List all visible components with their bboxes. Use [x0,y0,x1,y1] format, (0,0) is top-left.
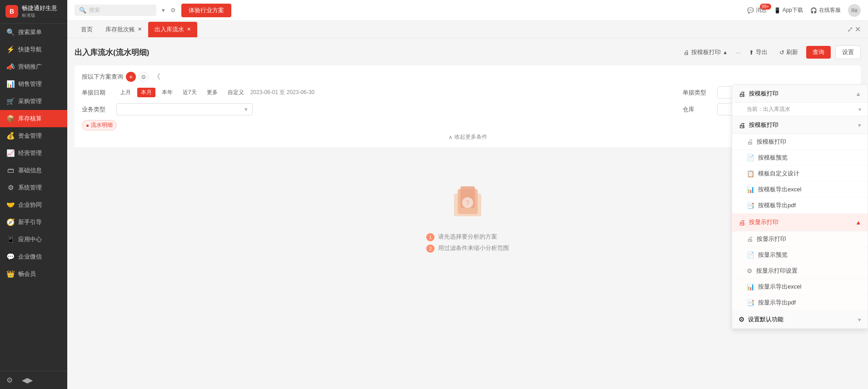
display-excel-icon: 📊 [747,283,754,290]
shortcut-icon: ⚡ [6,45,15,54]
template-print-item-icon: 🖨 [747,138,753,145]
sidebar-item-vip[interactable]: 👑 畅会员 [0,265,67,283]
sidebar-item-apps[interactable]: 📱 应用中心 [0,231,67,248]
purchase-icon: 🛒 [6,97,15,105]
tabs-bar: 首页 库存批次账 ✕ 出入库流水 ✕ ⤢ ✕ [67,21,868,38]
operation-icon: 📈 [6,149,15,157]
template-print-section-icon: 🖨 [738,121,745,129]
tab-close-icon[interactable]: ✕ [855,25,861,34]
topbar: 🔍 搜索 ▾ ⚙ 体验行业方案 💬 消息 99+ 📱 App下载 🎧 在线客服 … [67,0,868,21]
filter-collapse-icon[interactable]: 《 [153,72,160,82]
date-chip-current-month[interactable]: 本月 [137,88,155,97]
date-chip-current-year[interactable]: 本年 [158,88,176,97]
date-filter-label: 单据日期 [82,89,109,97]
sidebar-item-operation[interactable]: 📈 经营管理 [0,145,67,162]
date-chip-prev-month[interactable]: 上月 [116,88,135,97]
business-type-select[interactable]: ▾ [116,103,253,115]
display-pdf-icon: 📑 [747,299,754,306]
template-preview-icon: 📄 [747,154,754,161]
settings-button[interactable]: 设置 [835,45,861,59]
topbar-search-box[interactable]: 🔍 搜索 [75,5,156,16]
tab-batch[interactable]: 库存批次账 ✕ [99,22,148,37]
date-chip-more[interactable]: 更多 [203,88,221,97]
empty-step-2: 2 用过滤条件来缩小分析范围 [426,244,509,253]
refresh-button[interactable]: ↺ 刷新 [776,46,802,58]
vip-icon: 👑 [6,270,15,278]
display-export-excel-item[interactable]: 📊 按显示导出excel [732,279,868,295]
user-avatar[interactable]: Rit [848,4,861,17]
print-dropdown-panel: 🖨 按模板打印 ▲ 当前：出入库流水 ▾ 🖨 按模板打印 ▾ � [732,85,868,329]
query-button[interactable]: 查询 [806,46,831,59]
default-settings-chevron: ▾ [858,316,861,323]
display-print-item[interactable]: 🖨 按显示打印 [732,231,868,247]
sidebar-item-shortcut[interactable]: ⚡ 快捷导航 [0,41,67,58]
sidebar-item-guide[interactable]: 🧭 新手引导 [0,214,67,231]
app-download-button[interactable]: 📱 App下载 [774,6,803,14]
doc-type-label: 单据类型 [683,89,710,97]
filter-add-button[interactable]: + [126,72,136,82]
message-button[interactable]: 💬 消息 99+ [747,6,767,14]
export-button[interactable]: ⬆ 导出 [745,46,771,58]
page-header-actions: 🖨 按模板打印 ▲ ··· ⬆ 导出 ↺ 刷新 查询 设置 [680,45,861,59]
customer-service-button[interactable]: 🎧 在线客服 [810,6,841,14]
collapse-button[interactable]: ∧ 收起更多条件 [449,133,487,141]
sidebar-item-finance[interactable]: 💰 资金管理 [0,127,67,145]
filter-settings-icon-btn[interactable]: ⚙ [139,72,149,82]
basic-icon: 🗃 [6,166,15,174]
more-actions-icon[interactable]: ··· [736,49,741,56]
marketing-icon: 📣 [6,63,15,71]
finance-icon: 💰 [6,132,15,140]
apps-icon: 📱 [6,235,15,244]
settings-bottom-icon[interactable]: ⚙ [6,376,13,384]
date-chip-custom[interactable]: 自定义 [224,88,248,97]
coop-icon: 🤝 [6,201,15,209]
trial-button[interactable]: 体验行业方案 [181,4,231,17]
business-type-label: 业务类型 [82,105,109,114]
dropdown-header[interactable]: 🖨 按模板打印 ▲ [732,85,868,103]
system-icon: ⚙ [6,184,15,192]
topbar-search-icon: 🔍 [79,7,86,14]
tab-flow[interactable]: 出入库流水 ✕ [148,22,197,37]
sidebar-item-purchase[interactable]: 🛒 采购管理 [0,93,67,110]
sidebar-item-marketing[interactable]: 📣 营销推广 [0,58,67,75]
dropdown-current-label: 当前：出入库流水 ▾ [732,103,868,116]
date-chip-last7[interactable]: 近7天 [179,88,200,97]
filter-tag[interactable]: ● 流水明细 [82,120,117,130]
sidebar-item-sales[interactable]: 📊 销售管理 [0,75,67,93]
display-export-pdf-item[interactable]: 📑 按显示导出pdf [732,295,868,311]
display-print-settings-item[interactable]: ⚙ 按显示打印设置 [732,263,868,279]
sidebar-item-basic[interactable]: 🗃 基础信息 [0,162,67,179]
topbar-gear-icon[interactable]: ⚙ [170,7,176,14]
empty-illustration: ? [445,180,490,225]
template-custom-item[interactable]: 📋 模板自定义设计 [732,166,868,182]
dropdown-template-section[interactable]: 🖨 按模板打印 ▾ [732,116,868,134]
dropdown-display-section[interactable]: 🖨 按显示打印 ▲ [732,214,868,231]
tab-batch-close[interactable]: ✕ [138,26,142,32]
print-template-button[interactable]: 🖨 按模板打印 ▲ [680,46,731,58]
sidebar-bottom: ⚙ ◀▶ [0,371,67,389]
topbar-dropdown-icon[interactable]: ▾ [162,7,165,14]
template-print-item[interactable]: 🖨 按模板打印 [732,134,868,150]
print-chevron-up-icon: ▲ [723,50,728,55]
date-range-display: 2023-06-01 至 2023-06-30 [250,89,314,96]
sidebar-item-search[interactable]: 🔍 搜索菜单 [0,24,67,41]
display-preview-icon: 📄 [747,251,754,259]
sidebar-item-inventory[interactable]: 📦 库存核算 [0,110,67,127]
tab-maximize-icon[interactable]: ⤢ [847,25,853,34]
display-preview-item[interactable]: 📄 按显示预览 [732,247,868,263]
export-icon: ⬆ [749,49,754,56]
template-print-items: 🖨 按模板打印 📄 按模板预览 📋 模板自定义设计 📊 按模板导出excel 📑 [732,134,868,214]
sidebar-item-wechat[interactable]: 💬 企业微信 [0,248,67,265]
sidebar-item-coop[interactable]: 🤝 企业协同 [0,196,67,214]
template-preview-item[interactable]: 📄 按模板预览 [732,150,868,166]
guide-icon: 🧭 [6,218,15,226]
tab-flow-close[interactable]: ✕ [187,26,191,32]
dropdown-default-settings-section[interactable]: ⚙ 设置默认功能 ▾ [732,311,868,329]
tab-home[interactable]: 首页 [75,22,99,37]
template-export-pdf-item[interactable]: 📑 按模板导出pdf [732,198,868,214]
sidebar-item-system[interactable]: ⚙ 系统管理 [0,179,67,196]
collapse-sidebar-icon[interactable]: ◀▶ [22,376,33,384]
search-icon: 🔍 [6,28,15,36]
printer-icon: 🖨 [683,49,689,56]
template-export-excel-item[interactable]: 📊 按模板导出excel [732,182,868,198]
